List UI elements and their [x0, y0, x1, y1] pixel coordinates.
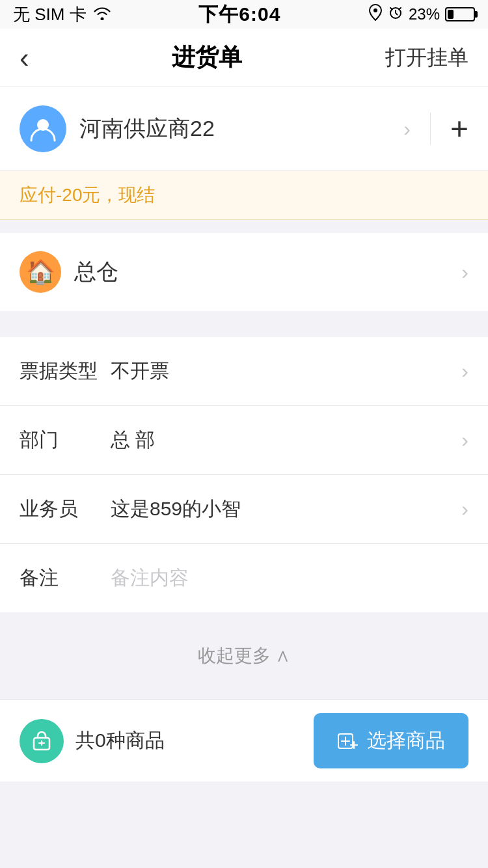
department-label: 部门 [20, 427, 111, 454]
warehouse-icon: 🏠 [20, 251, 61, 293]
wifi-icon [93, 5, 111, 25]
supplier-row[interactable]: 河南供应商22 › + [0, 87, 488, 171]
invoice-type-row[interactable]: 票据类型 不开票 › [0, 337, 488, 406]
remark-input[interactable]: 备注内容 [111, 565, 468, 591]
divider [430, 113, 431, 145]
supplier-name: 河南供应商22 [79, 114, 390, 144]
status-right: 23% [368, 4, 475, 25]
supplier-card: 河南供应商22 › + 应付-20元，现结 [0, 87, 488, 220]
salesperson-value: 这是859的小智 [111, 496, 461, 522]
carrier-label: 无 SIM 卡 [13, 3, 87, 26]
supplier-row-right: › + [403, 113, 468, 145]
warehouse-row[interactable]: 🏠 总仓 › [0, 233, 488, 311]
salesperson-row[interactable]: 业务员 这是859的小智 › [0, 475, 488, 544]
status-bar: 无 SIM 卡 下午6:04 23% [0, 0, 488, 29]
select-product-label: 选择商品 [367, 727, 445, 754]
separator-1 [0, 324, 488, 337]
select-product-button[interactable]: 选择商品 [314, 713, 468, 768]
product-icon-circle [20, 719, 64, 763]
remark-label: 备注 [20, 565, 111, 591]
separator-2 [0, 612, 488, 625]
form-section: 票据类型 不开票 › 部门 总 部 › 业务员 这是859的小智 › 备注 备注… [0, 337, 488, 612]
invoice-type-label: 票据类型 [20, 358, 111, 385]
time-label: 下午6:04 [198, 1, 280, 28]
status-left: 无 SIM 卡 [13, 3, 111, 26]
invoice-type-value: 不开票 [111, 358, 461, 385]
add-button[interactable]: + [450, 113, 468, 144]
separator-3 [0, 686, 488, 699]
alarm-icon [388, 5, 403, 24]
bottom-bar: 共0种商品 选择商品 [0, 699, 488, 781]
collapse-button[interactable]: 收起更多 ∧ [0, 625, 488, 686]
notice-bar: 应付-20元，现结 [0, 171, 488, 220]
location-icon [368, 4, 383, 25]
page-title: 进货单 [172, 42, 242, 74]
notice-text: 应付-20元，现结 [20, 185, 155, 205]
warehouse-name: 总仓 [74, 257, 448, 287]
supplier-avatar [20, 105, 66, 152]
department-value: 总 部 [111, 427, 461, 454]
battery-percent: 23% [409, 5, 440, 23]
warehouse-icon-symbol: 🏠 [26, 258, 55, 286]
warehouse-card[interactable]: 🏠 总仓 › [0, 233, 488, 311]
product-count-wrap: 共0种商品 [20, 719, 165, 763]
collapse-label: 收起更多 ∧ [198, 644, 291, 668]
department-row[interactable]: 部门 总 部 › [0, 406, 488, 475]
salesperson-label: 业务员 [20, 496, 111, 522]
department-chevron-icon: › [461, 428, 468, 452]
product-count-label: 共0种商品 [75, 727, 165, 754]
remark-row[interactable]: 备注 备注内容 [0, 544, 488, 612]
nav-bar: ‹ 进货单 打开挂单 [0, 29, 488, 87]
warehouse-chevron-icon: › [461, 260, 468, 284]
salesperson-chevron-icon: › [461, 497, 468, 521]
open-pending-button[interactable]: 打开挂单 [385, 44, 468, 72]
supplier-chevron-icon: › [403, 117, 411, 141]
back-button[interactable]: ‹ [20, 44, 29, 72]
svg-point-0 [373, 8, 377, 12]
content-area: 河南供应商22 › + 应付-20元，现结 🏠 总仓 › 票据类型 不开票 › [0, 87, 488, 868]
battery-icon [445, 7, 475, 21]
page-background [0, 781, 488, 868]
invoice-type-chevron-icon: › [461, 359, 468, 383]
